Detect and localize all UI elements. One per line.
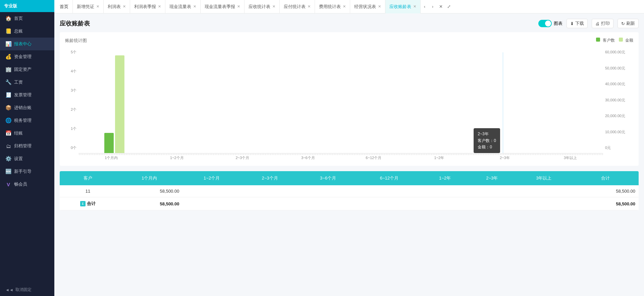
sidebar-item-wage[interactable]: 🔧 工资 <box>0 76 54 89</box>
sidebar-item-home[interactable]: 🏠 首页 <box>0 12 54 25</box>
td-m1: 58,500.00 <box>116 185 182 197</box>
th-customer: 客户 <box>60 171 116 185</box>
sidebar-item-guide[interactable]: 🆕 新手引导 <box>0 165 54 178</box>
td-total-m36 <box>299 197 357 210</box>
tab-age-report[interactable]: 应收账龄表 ✕ <box>385 0 421 13</box>
collapse-icon: ◄◄ <box>5 288 13 292</box>
sidebar-item-label: 资金管理 <box>14 54 32 60</box>
main-area: 首页 新增凭证 ✕ 利润表 ✕ 利润表季报 ✕ 现金流量表 ✕ 现金流量表季报 … <box>54 0 644 296</box>
tab-voucher[interactable]: 新增凭证 ✕ <box>73 0 104 13</box>
td-y12 <box>421 185 468 197</box>
chart-y-axis-right: 60,000.00元 50,000.00元 40,000.00元 30,000.… <box>603 50 633 150</box>
bar-customers-1 <box>104 133 114 153</box>
x-label-2: 1~2个月 <box>144 153 210 160</box>
sidebar-item-vip[interactable]: V 畅会员 <box>0 178 54 191</box>
sidebar-item-label: 固定资产 <box>14 66 32 72</box>
tab-next-button[interactable]: › <box>429 3 437 11</box>
sidebar-item-close[interactable]: 📅 结账 <box>0 127 54 140</box>
td-m12 <box>182 185 240 197</box>
sidebar-item-label: 报表中心 <box>14 41 32 47</box>
tab-expense-stat[interactable]: 费用统计表 ✕ <box>315 0 350 13</box>
y-right-label-3: 30,000.00元 <box>603 98 633 103</box>
chart-tooltip: 2~3年 客户数：0 金额：0 <box>474 128 500 153</box>
tab-business-stat-close[interactable]: ✕ <box>378 4 381 9</box>
download-button[interactable]: ⬇ 下载 <box>567 19 588 28</box>
guide-icon: 🆕 <box>5 168 11 175</box>
tab-profit-label: 利润表 <box>108 4 121 10</box>
tooltip-label: 2~3年 <box>478 131 496 137</box>
x-label-7: 2~3年 <box>472 153 538 160</box>
page-actions: 图表 ⬇ 下载 🖨 打印 ↻ 刷新 <box>538 19 639 28</box>
tab-payable-stat[interactable]: 应付统计表 ✕ <box>280 0 315 13</box>
sidebar-item-invoice[interactable]: 🧾 发票管理 <box>0 89 54 101</box>
sidebar-item-tax[interactable]: 🌐 税务管理 <box>0 114 54 127</box>
th-y23: 2~3年 <box>469 171 516 185</box>
y-label-3: 3个 <box>65 88 78 93</box>
sidebar-item-asset[interactable]: 🏢 固定资产 <box>0 63 54 76</box>
sidebar-item-label: 结账 <box>14 130 23 136</box>
print-icon: 🖨 <box>595 21 600 26</box>
tab-expense-stat-close[interactable]: ✕ <box>343 4 346 9</box>
chart-title: 账龄统计图 <box>65 38 633 44</box>
table-total-row: Σ 合计 58,500.00 58,500.00 <box>60 197 639 210</box>
sidebar-item-label: 新手引导 <box>14 168 32 175</box>
tab-business-stat[interactable]: 经营状况表 ✕ <box>350 0 385 13</box>
chart-toggle[interactable] <box>538 20 552 27</box>
print-button[interactable]: 🖨 打印 <box>592 19 613 28</box>
sidebar-logo: 专业版 <box>0 0 54 12</box>
tab-cashflow-quarter[interactable]: 现金流量表季报 ✕ <box>201 0 245 13</box>
sidebar-collapse-button[interactable]: ◄◄ 取消固定 <box>0 284 54 296</box>
tab-payable-stat-close[interactable]: ✕ <box>308 4 311 9</box>
sidebar-item-label: 进销台账 <box>14 105 32 111</box>
sidebar-item-report[interactable]: 📊 报表中心 <box>0 38 54 50</box>
sidebar-item-fund[interactable]: 💰 资金管理 <box>0 50 54 63</box>
tab-voucher-close[interactable]: ✕ <box>96 4 99 9</box>
report-icon: 📊 <box>5 41 11 47</box>
refresh-button[interactable]: ↻ 刷新 <box>618 19 639 28</box>
x-label-6: 1~2年 <box>407 153 472 160</box>
legend-amount-dot <box>619 38 623 42</box>
tab-profit[interactable]: 利润表 ✕ <box>104 0 130 13</box>
y-label-5: 5个 <box>65 50 78 55</box>
tab-cashflow-quarter-close[interactable]: ✕ <box>237 4 240 9</box>
tab-receivable-stat[interactable]: 应收统计表 ✕ <box>245 0 280 13</box>
bar-amount-1 <box>115 55 124 153</box>
tab-home[interactable]: 首页 <box>56 0 73 13</box>
th-y12: 1~2年 <box>421 171 468 185</box>
x-label-8: 3年以上 <box>538 153 603 160</box>
tab-profit-quarter[interactable]: 利润表季报 ✕ <box>130 0 165 13</box>
th-total: 合计 <box>572 171 639 185</box>
tab-age-report-close[interactable]: ✕ <box>413 4 416 9</box>
sidebar-item-settings[interactable]: ⚙️ 设置 <box>0 152 54 165</box>
settings-icon: ⚙️ <box>5 156 11 162</box>
td-total-m23 <box>241 197 299 210</box>
refresh-icon: ↻ <box>621 21 625 26</box>
total-icon-badge: Σ <box>80 201 86 206</box>
tab-profit-close[interactable]: ✕ <box>123 4 126 9</box>
page-content: 应收账龄表 图表 ⬇ 下载 🖨 打印 ↻ 刷新 <box>54 13 644 296</box>
x-label-4: 3~6个月 <box>275 153 341 160</box>
chart-toggle-label: 图表 <box>554 20 562 27</box>
tab-cashflow-label: 现金流量表 <box>169 4 191 10</box>
sidebar-item-stock[interactable]: 📦 进销台账 <box>0 101 54 114</box>
download-icon: ⬇ <box>570 21 574 26</box>
sidebar-item-archive[interactable]: 🗂 归档管理 <box>0 140 54 152</box>
y-right-label-1: 10,000.00元 <box>603 130 633 135</box>
td-m23 <box>241 185 299 197</box>
tab-profit-quarter-close[interactable]: ✕ <box>158 4 161 9</box>
tab-receivable-stat-close[interactable]: ✕ <box>272 4 275 9</box>
tab-cashflow[interactable]: 现金流量表 ✕ <box>165 0 201 13</box>
y-right-label-4: 40,000.00元 <box>603 82 633 87</box>
tab-close-all-button[interactable]: ✕ <box>437 3 445 11</box>
tab-home-label: 首页 <box>60 4 68 10</box>
sidebar-item-label: 税务管理 <box>14 117 32 124</box>
x-label-1: 1个月内 <box>78 153 144 160</box>
th-y3plus: 3年以上 <box>516 171 572 185</box>
tab-maximize-button[interactable]: ⤢ <box>445 3 453 11</box>
sidebar-item-ledger[interactable]: 📒 总账 <box>0 25 54 38</box>
td-total-m612 <box>357 197 422 210</box>
tooltip-customers: 客户数：0 <box>478 138 496 144</box>
tab-prev-button[interactable]: ‹ <box>421 3 429 11</box>
tab-cashflow-close[interactable]: ✕ <box>193 4 196 9</box>
sidebar-item-label: 发票管理 <box>14 92 32 98</box>
